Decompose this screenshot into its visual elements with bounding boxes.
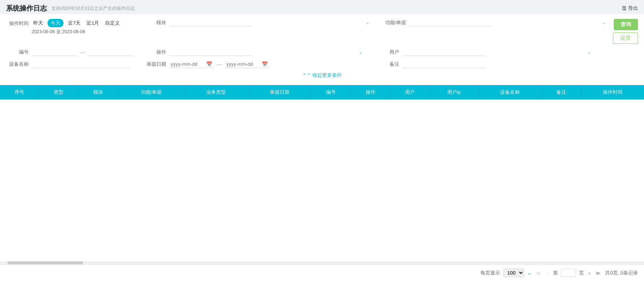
module-select[interactable]	[169, 19, 252, 26]
page-prev-button[interactable]: ‹	[545, 269, 550, 277]
code-start-input[interactable]	[32, 48, 77, 56]
col-op-time: 操作时间	[581, 85, 644, 99]
col-remark: 备注	[542, 85, 581, 99]
date-to-input[interactable]	[226, 61, 260, 67]
page-title: 系统操作日志	[6, 4, 47, 13]
module-chevron-icon: ⌄	[366, 20, 369, 25]
page-end-label: 页	[579, 270, 584, 276]
total-label: 共0页, 0条记录	[605, 270, 638, 276]
filter-area: 操作时间 昨天 今天 近7天 近1月 自定义 2023-06-06 至 2023…	[0, 14, 644, 85]
device-input[interactable]	[32, 61, 130, 68]
time-filter: 昨天 今天 近7天 近1月 自定义 2023-06-06 至 2023-06-0…	[32, 19, 121, 35]
time-btn-1month[interactable]: 近1月	[85, 19, 100, 27]
scroll-thumb[interactable]	[8, 261, 83, 264]
query-button[interactable]: 查询	[614, 19, 638, 30]
date-label: 单据日期	[144, 61, 166, 68]
table-header-row: 序号 类型 模块 功能/单据 业务类型 单据日期 编号 操作 用户 用户ip 设…	[0, 85, 644, 99]
page-first-button[interactable]: ⊲	[534, 269, 542, 277]
page-label: 第	[553, 270, 558, 276]
date-from-wrapper: 📅	[169, 61, 214, 68]
device-label: 设备名称	[6, 61, 29, 68]
func-chevron-icon: ⌄	[602, 20, 605, 25]
col-seq: 序号	[0, 85, 39, 99]
col-operation: 操作	[351, 85, 390, 99]
time-btn-today[interactable]: 今天	[48, 19, 63, 27]
col-user-ip: 用户ip	[429, 85, 478, 99]
time-btn-7days[interactable]: 近7天	[66, 19, 82, 27]
horizontal-scrollbar[interactable]	[0, 261, 644, 264]
col-user: 用户	[390, 85, 429, 99]
time-btn-yesterday[interactable]: 昨天	[32, 19, 45, 27]
collapse-button[interactable]: ⌃⌃ 收起更多条件	[303, 72, 342, 79]
page-input[interactable]: 1	[561, 269, 576, 277]
col-code: 编号	[311, 85, 351, 99]
time-btn-custom[interactable]: 自定义	[103, 19, 121, 27]
data-table: 序号 类型 模块 功能/单据 业务类型 单据日期 编号 操作 用户 用户ip 设…	[0, 85, 644, 99]
page-header: 系统操作日志 支持2020年10月31日之后产生的操作日志 🖺 导出	[0, 0, 644, 14]
collapse-up-icon: ⌃⌃	[303, 73, 311, 78]
page-subtitle: 支持2020年10月31日之后产生的操作日志	[51, 5, 135, 12]
per-page-chevron: ⌄	[527, 270, 531, 276]
remark-label: 备注	[373, 61, 399, 68]
calendar-to-icon[interactable]: 📅	[262, 61, 268, 67]
pagination: 每页显示 100 50 200 ⌄ ⊲ ‹ 第 1 页 › ⊳ 共0页, 0条记…	[0, 264, 644, 281]
func-select[interactable]	[409, 19, 493, 26]
col-module: 模块	[79, 85, 118, 99]
col-date: 单据日期	[248, 85, 311, 99]
user-select[interactable]	[402, 48, 485, 56]
code-label: 编号	[6, 49, 29, 56]
date-from-input[interactable]	[171, 61, 205, 67]
operation-label: 操作	[144, 49, 166, 56]
col-biz-type: 业务类型	[185, 85, 248, 99]
export-icon: 🖺	[621, 5, 627, 11]
col-type: 类型	[39, 85, 78, 99]
action-buttons: 查询 设置	[607, 19, 638, 44]
module-label: 模块	[144, 19, 166, 26]
time-range-display: 2023-06-06 至 2023-06-06	[32, 29, 121, 35]
code-end-input[interactable]	[88, 48, 133, 56]
page-last-button[interactable]: ⊳	[595, 269, 602, 277]
time-label: 操作时间	[6, 19, 29, 27]
collapse-row: ⌃⌃ 收起更多条件	[6, 70, 638, 80]
func-label: 功能/单据	[380, 19, 406, 26]
operation-select[interactable]	[169, 48, 252, 56]
per-page-label: 每页显示	[480, 270, 500, 276]
col-device: 设备名称	[478, 85, 542, 99]
page-next-button[interactable]: ›	[587, 269, 592, 277]
export-button[interactable]: 🖺 导出	[621, 5, 638, 12]
settings-button[interactable]: 设置	[613, 33, 638, 44]
remark-input[interactable]	[402, 61, 485, 68]
table-container: 序号 类型 模块 功能/单据 业务类型 单据日期 编号 操作 用户 用户ip 设…	[0, 85, 644, 261]
calendar-from-icon[interactable]: 📅	[206, 61, 212, 67]
user-chevron-icon: ⌄	[588, 50, 591, 55]
per-page-select[interactable]: 100 50 200	[503, 269, 524, 277]
col-func: 功能/单据	[118, 85, 184, 99]
operation-chevron-icon: ⌄	[359, 50, 362, 55]
user-label: 用户	[373, 49, 399, 56]
date-to-wrapper: 📅	[225, 61, 269, 68]
